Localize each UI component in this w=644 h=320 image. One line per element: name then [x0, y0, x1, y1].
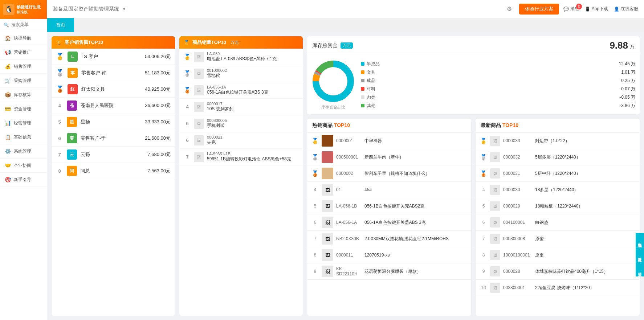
new-product-item: 5 🖼 0000029 18颗粒板（1220*2440）	[476, 198, 640, 214]
product-thumbnail: 🖼	[194, 119, 204, 129]
sidebar-item-cooperation[interactable]: 🤝 企业协同	[0, 159, 47, 173]
legend-item: 其他 -3.86 万	[361, 103, 635, 109]
product-thumbnail: 🖼	[490, 250, 500, 260]
customer-service-hotline-button[interactable]: 客服热线	[636, 233, 644, 247]
product-ranking-item: 5 🖼 000800005 手机测试	[179, 115, 303, 132]
product-code: 0000029	[503, 204, 532, 209]
sidebar-item-inventory[interactable]: 📦 库存核算	[0, 88, 47, 102]
nav-label: 经营管理	[14, 120, 31, 126]
product-code: 0000032	[503, 155, 532, 160]
legend-label: 文具	[367, 69, 619, 75]
product-code: 004100001	[503, 220, 532, 225]
sidebar-item-marketing[interactable]: 📢 营销推广	[0, 45, 47, 60]
legend-item: 材料 0.07 万	[361, 86, 635, 92]
hot-products-list: 🥇 0000001 中华神器 🥈 000500001 新西兰牛肉（新牛） 🥉 0…	[307, 133, 471, 316]
product-thumbnail: 🖼	[194, 69, 204, 79]
product-thumbnail: 🖼	[490, 234, 500, 244]
product-ranking-item: 🥈 🖼 001000002 雪地靴	[179, 65, 303, 82]
new-products-panel: 最新商品 TOP10 🥇 🖼 0000033 封边带（1.0*22） 🥈 🖼 0…	[476, 119, 640, 316]
product-code: 0000033	[503, 138, 532, 143]
live-broadcast-button[interactable]: 直播	[636, 262, 644, 276]
home-icon: 🏠	[4, 35, 11, 41]
product-code: 003800001	[503, 285, 532, 290]
legend-value: -0.05 万	[620, 94, 635, 100]
legend-dot	[361, 79, 364, 82]
hot-product-item: 🥈 000500001 新西兰牛肉（新牛）	[307, 149, 471, 165]
trial-button[interactable]: 体验行业方案	[519, 4, 559, 15]
legend-value: 1.01 万	[621, 69, 635, 75]
new-products-title: 最新商品	[481, 122, 501, 128]
product-code: 0000028	[503, 269, 532, 274]
product-name: 原奎	[535, 252, 635, 258]
legend-label: 成品	[367, 78, 619, 84]
purchase-icon: 🛒	[4, 77, 11, 84]
sidebar-item-basic[interactable]: 📋 基础信息	[0, 130, 47, 144]
mobile-icon: 📱	[585, 7, 590, 12]
inventory-title: 库存总资金	[312, 42, 338, 49]
product-code: 000800008	[503, 236, 532, 241]
sidebar-item-guide[interactable]: 🎯 新手引导	[0, 173, 47, 187]
sidebar-item-quick-nav[interactable]: 🏠 快捷导航	[0, 31, 47, 45]
tab-home[interactable]: 首页	[47, 18, 74, 32]
message-button[interactable]: 💬 消息 6	[563, 6, 579, 12]
hot-products-panel: 热销商品 TOP10 🥇 0000001 中华神器 🥈 000500001 新西…	[307, 119, 471, 316]
sidebar-item-operation[interactable]: 📊 经营管理	[0, 116, 47, 130]
product-image	[322, 135, 333, 147]
new-products-badge: TOP10	[502, 122, 518, 128]
service-icon: 👤	[614, 7, 619, 12]
product-thumbnail: 🖼	[490, 152, 500, 162]
legend-item: 文具 1.01 万	[361, 69, 635, 75]
legend-label: 肉类	[367, 94, 617, 100]
legend-label: 其他	[367, 103, 617, 109]
inventory-header: 库存总资金 万元 9.88 万	[307, 36, 640, 55]
dropdown-arrow-icon: ▼	[122, 7, 126, 12]
sidebar-item-sales[interactable]: 💰 销售管理	[0, 60, 47, 74]
legend-value: 12.45 万	[619, 61, 635, 67]
product-name: 花语萌恒温分腿睡袋（厚款）	[364, 268, 467, 275]
app-download-button[interactable]: 📱 App下载	[585, 6, 608, 12]
service-community-button[interactable]: 服务社区	[636, 247, 644, 262]
product-name: 2.0X30MM双搓花轴,搓花直径2.1MM/ROHS	[364, 236, 467, 242]
legend-item: 成品 0.25 万	[361, 78, 635, 84]
product-thumbnail: 🖼	[490, 201, 500, 211]
medal-icon: 🏅	[184, 40, 189, 45]
donut-chart-container: 库存资金占比	[311, 60, 355, 110]
product-thumbnail: 🖼	[490, 168, 500, 179]
inventory-icon: 📦	[4, 91, 11, 98]
hot-product-item: 🥇 0000001 中华神器	[307, 133, 471, 149]
app-version: 标准版	[17, 10, 41, 15]
product-thumbnail: 🖼	[194, 135, 204, 145]
donut-chart	[311, 60, 355, 103]
product-name: 18多层（1220*2440）	[535, 187, 635, 193]
product-thumbnail: 🖼	[194, 102, 204, 112]
customer-ranking-item: 7 云 云扬 7,680.00元	[52, 147, 175, 163]
product-thumbnail: 🖼	[322, 200, 333, 212]
product-ranking-title: 商品销量TOP10	[192, 39, 226, 46]
nav-label: 库存核算	[14, 92, 31, 98]
product-name: 056-1B白色按键开关壳ABS2克	[364, 203, 467, 209]
settings-button[interactable]: ⚙	[504, 4, 515, 15]
topbar-title: 装备及固定资产辅助管理系统 ▼	[53, 6, 500, 12]
product-thumbnail: 🖼	[194, 85, 204, 95]
sidebar-item-purchase[interactable]: 🛒 采购管理	[0, 74, 47, 88]
product-thumbnail: 🖼	[322, 233, 333, 245]
product-code: LA-056-1A	[336, 220, 362, 225]
online-service-button[interactable]: 👤 在线客服	[614, 6, 638, 12]
product-code: NB2.0X30B	[336, 236, 362, 241]
hot-product-item: 5 🖼 LA-056-1B 056-1B白色按键开关壳ABS2克	[307, 198, 471, 214]
customer-ranking-panel: 🏆 客户销售额TOP10 🥇 L LS 客户 53,006.26元 🥈 零 零售…	[52, 36, 175, 316]
customer-ranking-item: 🥉 红 红太阳文具 40,925.00元	[52, 81, 175, 98]
product-name: 体城嘉枝味苏打饮品400毫升（1*15）	[535, 268, 635, 275]
product-ranking-badge: 万元	[231, 40, 239, 45]
search-menu[interactable]: 🔍 搜索菜单	[0, 19, 47, 31]
hot-product-item: 4 🖼 01 45#	[307, 182, 471, 198]
hot-products-title: 热销商品	[312, 122, 333, 128]
product-thumbnail: 🖼	[490, 266, 500, 276]
finance-icon: 💳	[4, 106, 11, 112]
new-product-item: 🥉 🖼 0000031 5层中纤（1220*2440）	[476, 165, 640, 182]
product-code: KK-SD22110H	[336, 266, 362, 276]
message-icon: 💬	[563, 7, 569, 12]
new-product-item: 4 🖼 0000030 18多层（1220*2440）	[476, 182, 640, 198]
sidebar-item-finance[interactable]: 💳 资金管理	[0, 102, 47, 116]
sidebar-item-system[interactable]: ⚙️ 系统管理	[0, 144, 47, 159]
